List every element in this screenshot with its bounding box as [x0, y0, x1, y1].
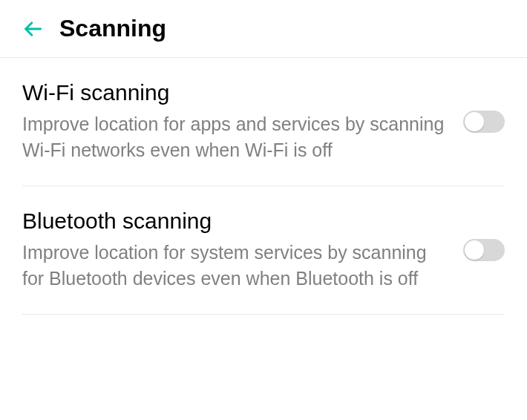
setting-title: Bluetooth scanning [22, 209, 448, 234]
page-title: Scanning [59, 15, 166, 42]
back-button[interactable] [21, 17, 45, 41]
toggle-knob [465, 112, 484, 131]
settings-list: Wi-Fi scanning Improve location for apps… [0, 58, 527, 315]
back-arrow-icon [22, 19, 43, 39]
wifi-scanning-toggle[interactable] [463, 111, 505, 133]
header: Scanning [0, 0, 527, 58]
setting-item-wifi-scanning[interactable]: Wi-Fi scanning Improve location for apps… [22, 58, 505, 186]
toggle-knob [465, 240, 484, 260]
setting-description: Improve location for system services by … [22, 240, 448, 292]
setting-title: Wi-Fi scanning [22, 80, 448, 105]
setting-text: Wi-Fi scanning Improve location for apps… [22, 80, 463, 163]
setting-item-bluetooth-scanning[interactable]: Bluetooth scanning Improve location for … [22, 186, 505, 315]
bluetooth-scanning-toggle[interactable] [463, 239, 505, 261]
setting-description: Improve location for apps and services b… [22, 111, 448, 163]
setting-text: Bluetooth scanning Improve location for … [22, 209, 463, 292]
